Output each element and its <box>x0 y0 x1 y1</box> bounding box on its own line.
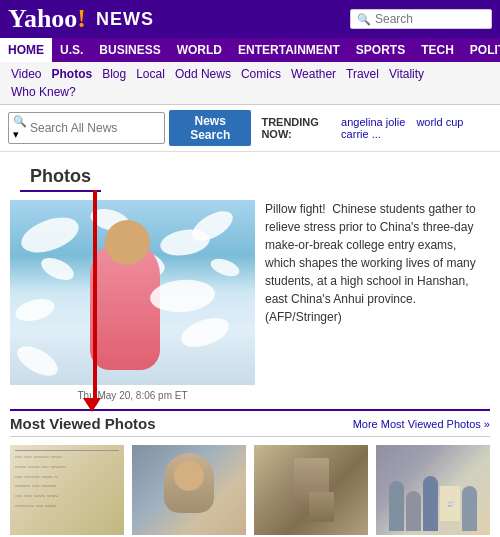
more-photos-link[interactable]: More Most Viewed Photos » <box>353 418 490 430</box>
top-nav: HOME U.S. BUSINESS WORLD ENTERTAINMENT S… <box>0 38 500 62</box>
most-viewed-title: Most Viewed Photos <box>10 415 156 432</box>
nav-sub-comics[interactable]: Comics <box>236 65 286 83</box>
trending-link-1[interactable]: angelina jolie <box>341 116 405 128</box>
nav-world[interactable]: WORLD <box>169 38 230 62</box>
nav-sub-who-knew[interactable]: Who Knew? <box>6 83 81 101</box>
thumb-image-1[interactable]: ~~ ~~ ~~~~ ~~~ ~~~ ~~~ ~~ ~~~~ ~~ ~~~~ ~… <box>10 445 124 535</box>
thumb-item-2: In this file photo, photography collecto… <box>132 445 246 537</box>
search-all-input[interactable] <box>30 121 160 135</box>
main-photo-description: Pillow fight! Chinese students gather to… <box>265 200 490 401</box>
search-all-news-box[interactable]: 🔍▾ <box>8 112 165 144</box>
page-header: Yahoo! NEWS 🔍 <box>0 0 500 38</box>
trending-links: angelina jolie world cup carrie ... <box>341 116 492 140</box>
trending-link-3[interactable]: carrie ... <box>341 128 381 140</box>
header-search-input[interactable] <box>375 12 485 26</box>
red-arrow-head <box>83 398 101 412</box>
nav-sub-odd[interactable]: Odd News <box>170 65 236 83</box>
main-photo-caption: Thu May 20, 8:06 pm ET <box>10 390 255 401</box>
nav-tech[interactable]: TECH <box>413 38 462 62</box>
red-arrow-line <box>93 190 97 405</box>
news-search-button[interactable]: News Search <box>169 110 251 146</box>
thumb-item-4: 📰 A man holds the "Ojo" newspaper .... <box>376 445 490 537</box>
nav-home[interactable]: HOME <box>0 38 52 62</box>
trending-link-2[interactable]: world cup <box>416 116 463 128</box>
nav-sports[interactable]: SPORTS <box>348 38 413 62</box>
thumb-item-3: An undated rare photo provided by Keya M… <box>254 445 368 537</box>
trending-label: TRENDING NOW: <box>261 116 337 140</box>
nav-sub-travel[interactable]: Travel <box>341 65 384 83</box>
nav-entertainment[interactable]: ENTERTAINMENT <box>230 38 348 62</box>
nav-sub-local[interactable]: Local <box>131 65 170 83</box>
thumb-image-3[interactable] <box>254 445 368 535</box>
logo-news: NEWS <box>90 9 154 30</box>
nav-business[interactable]: BUSINESS <box>91 38 168 62</box>
logo[interactable]: Yahoo! NEWS <box>8 4 154 34</box>
most-viewed-header: Most Viewed Photos More Most Viewed Phot… <box>10 409 490 437</box>
thumb-item-1: ~~ ~~ ~~~~ ~~~ ~~~ ~~~ ~~ ~~~~ ~~ ~~~~ ~… <box>10 445 124 537</box>
thumbnails-grid: ~~ ~~ ~~~~ ~~~ ~~~ ~~~ ~~ ~~~~ ~~ ~~~~ ~… <box>10 445 490 537</box>
nav-sub-weather[interactable]: Weather <box>286 65 341 83</box>
main-photo-wrap: Thu May 20, 8:06 pm ET <box>10 200 255 401</box>
nav-sub-photos[interactable]: Photos <box>46 65 97 83</box>
main-photo-image[interactable] <box>10 200 255 385</box>
search-bar: 🔍▾ News Search TRENDING NOW: angelina jo… <box>0 105 500 152</box>
search-dropdown-icon: 🔍▾ <box>13 115 27 141</box>
header-search-box[interactable]: 🔍 <box>350 9 492 29</box>
logo-yahoo: Yahoo! <box>8 4 86 34</box>
search-icon: 🔍 <box>357 13 371 26</box>
trending-section: TRENDING NOW: angelina jolie world cup c… <box>261 116 492 140</box>
thumb-image-4[interactable]: 📰 <box>376 445 490 535</box>
sub-nav: Video Photos Blog Local Odd News Comics … <box>0 62 500 105</box>
nav-sub-video[interactable]: Video <box>6 65 46 83</box>
most-viewed-section: Most Viewed Photos More Most Viewed Phot… <box>0 409 500 537</box>
main-photo-area: Thu May 20, 8:06 pm ET Pillow fight! Chi… <box>0 192 500 409</box>
thumb-image-2[interactable] <box>132 445 246 535</box>
nav-politics[interactable]: POLITICS <box>462 38 500 62</box>
photos-heading: Photos <box>20 160 101 192</box>
photos-section-header: Photos <box>0 152 500 192</box>
nav-sub-blog[interactable]: Blog <box>97 65 131 83</box>
nav-us[interactable]: U.S. <box>52 38 91 62</box>
nav-sub-vitality[interactable]: Vitality <box>384 65 429 83</box>
